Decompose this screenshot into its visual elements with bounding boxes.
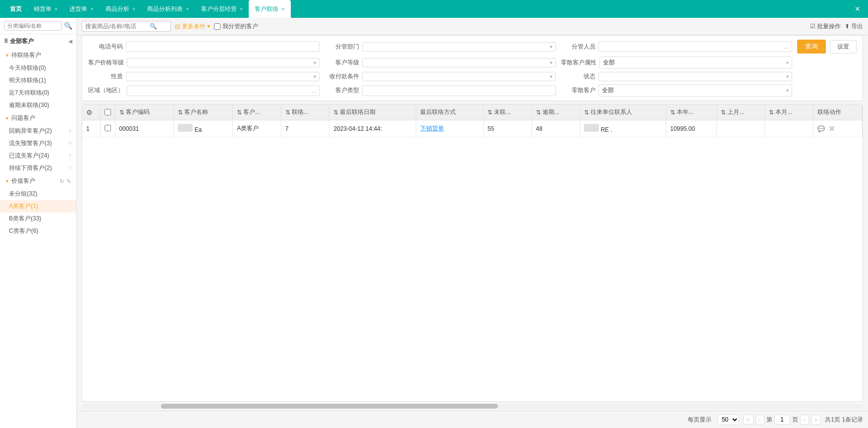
page-size-select[interactable]: 50 [717, 414, 739, 425]
nav-tab-purchase[interactable]: 进货单 × [63, 0, 99, 18]
filter-staff-select[interactable]: ... [598, 41, 792, 52]
filter-customer-grade-select[interactable]: ▾ [362, 58, 556, 67]
filter-retail-customer-select[interactable]: 全部 ▾ [598, 84, 792, 97]
next-page-button[interactable]: › [800, 415, 809, 425]
td-customer-type: A类客户 [233, 120, 281, 137]
th-contact-count[interactable]: ⇅ 联络... [281, 105, 329, 120]
td-checkbox[interactable] [100, 120, 115, 137]
filter-price-grade-select[interactable]: ▾ [127, 58, 320, 67]
select-all-checkbox[interactable] [105, 109, 111, 115]
nav-tab-purchase-close[interactable]: × [90, 6, 93, 12]
filter-payment-select[interactable]: ▾ [362, 72, 556, 81]
sidebar-item-churned[interactable]: 已流失客户(24) ? [0, 150, 76, 162]
nav-tab-customer-segment-label: 客户分层经营 [201, 5, 237, 13]
sidebar-item-tomorrow-contact[interactable]: 明天待联络(1) [0, 74, 76, 87]
nav-tab-customer-contact-close[interactable]: × [281, 6, 284, 12]
sidebar-item-7day-contact[interactable]: 近7天待联络(0) [0, 87, 76, 99]
search-icon[interactable]: 🔍 [150, 23, 157, 30]
export-button[interactable]: ⬆ 导出 [845, 22, 863, 31]
th-last-contact-date[interactable]: ⇅ 最后联络日期 [329, 105, 416, 120]
th-sort-icon-overdue: ⇅ [536, 109, 541, 116]
nav-tab-sales-close[interactable]: × [54, 6, 57, 12]
query-button[interactable]: 查询 [797, 40, 826, 54]
th-customer-code-label: 客户编码 [126, 108, 150, 116]
nav-tab-customer-segment[interactable]: 客户分层经营 × [195, 0, 249, 18]
sidebar-item-unclassified[interactable]: 未分组(32) [0, 188, 76, 200]
nav-tab-product-analysis[interactable]: 商品分析 × [100, 0, 141, 18]
row-last-contact-method[interactable]: 下销货单 [420, 125, 444, 132]
nav-tab-product-list[interactable]: 商品分析列表 × [141, 0, 195, 18]
chat-icon[interactable]: 💬 [817, 125, 825, 132]
settings-gear-icon[interactable]: ⚙ [86, 108, 93, 116]
th-this-month[interactable]: ⇅ 本月... [765, 105, 814, 120]
th-last-contact-method-label: 最后联络方式 [420, 108, 456, 116]
qr-icon[interactable]: ⌘ [829, 125, 835, 132]
th-last-month[interactable]: ⇅ 上月... [716, 105, 765, 120]
row-contact-person-redacted [584, 124, 599, 132]
nav-tab-sales[interactable]: 销货单 × [28, 0, 63, 18]
page-number-input[interactable] [774, 415, 790, 425]
window-close-button[interactable]: × [851, 4, 864, 14]
filter-phone-input[interactable] [126, 41, 320, 52]
filter-status-select[interactable]: ▾ [598, 72, 792, 81]
setting-button[interactable]: 设置 [830, 40, 857, 54]
sidebar-search-input[interactable] [4, 21, 62, 31]
th-sort-icon-person: ⇅ [584, 109, 589, 116]
batch-operation-button[interactable]: ☑ 批量操作 [810, 22, 841, 31]
sidebar-pending-contact-group[interactable]: ▼ 待联络客户 [0, 49, 76, 62]
filter-customer-type-input[interactable] [362, 85, 556, 96]
filter-more-button[interactable]: ⊟ 更多条件 ▾ [175, 22, 210, 31]
nav-tab-product-analysis-close[interactable]: × [132, 6, 135, 12]
sidebar-item-class-c[interactable]: C类客户(6) [0, 225, 76, 237]
th-this-year[interactable]: ⇅ 本年... [666, 105, 716, 120]
nav-home[interactable]: 首页 [4, 0, 28, 18]
th-last-contact-date-label: 最后联络日期 [340, 108, 376, 116]
sidebar-item-repurchase-abnormal[interactable]: 回购异常客户(2) ? [0, 125, 76, 137]
edit-icon[interactable]: ✎ [66, 178, 71, 185]
batch-operation-label: 批量操作 [817, 22, 841, 31]
search-input[interactable] [85, 23, 150, 30]
sidebar-item-today-contact[interactable]: 今天待联络(0) [0, 62, 76, 74]
sidebar-search-icon[interactable]: 🔍 [64, 22, 72, 30]
th-contact-person[interactable]: ⇅ 往来单位联系人 [580, 105, 666, 120]
prev-page-button[interactable]: ‹ [756, 415, 764, 425]
scroll-thumb[interactable] [161, 404, 498, 409]
sidebar-item-overdue-contact[interactable]: 逾期未联络(30) [0, 99, 76, 111]
filter-dept-select[interactable]: ▾ [362, 42, 556, 52]
horizontal-scrollbar[interactable] [82, 404, 863, 409]
nav-tab-product-list-close[interactable]: × [186, 6, 189, 12]
sidebar-value-customer-group[interactable]: ▼ 价值客户 ↻ ✎ [0, 174, 76, 188]
th-overdue-days[interactable]: ⇅ 逾期... [532, 105, 580, 120]
th-no-contact-days[interactable]: ⇅ 未联... [484, 105, 532, 120]
filter-region-select[interactable]: ... [127, 85, 320, 96]
filter-cell-retail-customer: 零散客户 全部 ▾ [561, 84, 797, 97]
my-customers-checkbox-label[interactable]: 我分管的客户 [214, 22, 258, 31]
nav-tab-customer-contact[interactable]: 客户联络 × [249, 0, 290, 18]
sidebar-item-class-a[interactable]: A类客户(1) [0, 200, 76, 213]
checkbox-icon: ☑ [810, 23, 815, 30]
sidebar-item-churn-warning[interactable]: 流失预警客户(3) ? [0, 137, 76, 150]
th-last-contact-method[interactable]: 最后联络方式 [416, 105, 484, 120]
th-settings[interactable]: ⚙ [82, 105, 100, 120]
filter-region-ellipsis[interactable]: ... [311, 87, 316, 94]
nav-tab-customer-segment-close[interactable]: × [240, 6, 243, 12]
th-customer-code[interactable]: ⇅ 客户编码 [115, 105, 174, 120]
td-last-contact-method[interactable]: 下销货单 [416, 120, 484, 137]
my-customers-checkbox[interactable] [214, 23, 220, 30]
sidebar-problem-customer-group[interactable]: ▼ 问题客户 [0, 111, 76, 125]
sidebar-item-declining[interactable]: 持续下滑客户(2) ? [0, 162, 76, 174]
refresh-icon[interactable]: ↻ [59, 178, 64, 185]
filter-staff-ellipsis[interactable]: ... [784, 43, 789, 50]
sidebar-all-customers[interactable]: ⠿ 全部客户 ◀ [0, 34, 76, 49]
filter-cell-status: 状态 ▾ [561, 72, 797, 81]
th-customer-type[interactable]: ⇅ 客户... [233, 105, 281, 120]
filter-nature-select[interactable]: ▾ [126, 72, 320, 81]
filter-retail-attr-select[interactable]: 全部 ▾ [599, 56, 792, 69]
nav-tab-product-list-label: 商品分析列表 [147, 5, 183, 13]
row-checkbox[interactable] [105, 125, 111, 131]
first-page-button[interactable]: « [743, 415, 754, 425]
th-customer-name[interactable]: ⇅ 客户名称 [174, 105, 233, 120]
th-customer-name-label: 客户名称 [184, 108, 208, 116]
sidebar-item-class-b[interactable]: B类客户(33) [0, 213, 76, 225]
last-page-button[interactable]: » [811, 415, 821, 425]
